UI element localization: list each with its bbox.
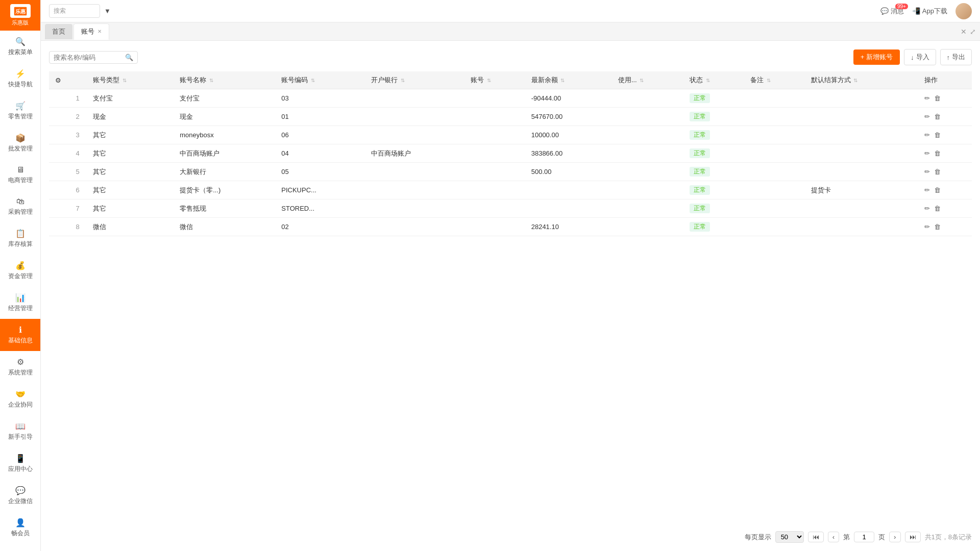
delete-icon[interactable]: 🗑 bbox=[934, 131, 941, 139]
sidebar-item-retail[interactable]: 🛒 零售管理 bbox=[0, 95, 40, 127]
col-type[interactable]: 账号类型 ⇅ bbox=[88, 71, 175, 89]
status-badge: 正常 bbox=[690, 112, 710, 121]
tab-close-icon[interactable]: ✕ bbox=[97, 29, 102, 34]
row-default-settle: 提货卡 bbox=[806, 181, 919, 199]
row-bank: 中百商场账户 bbox=[366, 144, 465, 163]
sidebar-item-operations[interactable]: 📊 经营管理 bbox=[0, 287, 40, 319]
col-name[interactable]: 账号名称 ⇅ bbox=[175, 71, 276, 89]
edit-icon[interactable]: ✏ bbox=[924, 168, 930, 176]
col-default-settle[interactable]: 默认结算方式 ⇅ bbox=[806, 71, 919, 89]
accounts-table: ⚙ 账号类型 ⇅ 账号名称 ⇅ 账号编码 ⇅ 开户银行 bbox=[49, 71, 972, 236]
delete-icon[interactable]: 🗑 bbox=[934, 205, 941, 212]
sort-name-icon: ⇅ bbox=[209, 78, 213, 83]
export-label: 导出 bbox=[952, 53, 965, 62]
row-bank bbox=[366, 126, 465, 144]
page-input[interactable] bbox=[854, 532, 874, 542]
edit-icon[interactable]: ✏ bbox=[924, 94, 930, 102]
header-dropdown[interactable]: ▼ bbox=[104, 7, 111, 15]
row-settings-cell bbox=[49, 108, 67, 126]
row-actions: ✏ 🗑 bbox=[919, 108, 972, 126]
sidebar-item-inventory[interactable]: 📋 库存核算 bbox=[0, 222, 40, 255]
col-bank[interactable]: 开户银行 ⇅ bbox=[366, 71, 465, 89]
sidebar-item-app-center[interactable]: 📱 应用中心 bbox=[0, 447, 40, 480]
edit-icon[interactable]: ✏ bbox=[924, 113, 930, 120]
header-search-input[interactable]: 搜索 bbox=[49, 4, 100, 18]
col-account[interactable]: 账号 ⇅ bbox=[465, 71, 526, 89]
purchase-icon: 🛍 bbox=[16, 197, 24, 206]
logo-text: 乐惠版 bbox=[12, 19, 29, 27]
new-account-button[interactable]: + 新增账号 bbox=[853, 49, 900, 65]
prev-page-button[interactable]: ‹ bbox=[828, 532, 839, 542]
delete-icon[interactable]: 🗑 bbox=[934, 149, 941, 157]
sidebar-item-quick-nav[interactable]: ⚡ 快捷导航 bbox=[0, 63, 40, 95]
close-window-icon[interactable]: ✕ bbox=[961, 28, 967, 36]
avatar[interactable] bbox=[955, 3, 972, 19]
row-status: 正常 bbox=[684, 89, 745, 108]
sidebar-item-purchase[interactable]: 🛍 采购管理 bbox=[0, 191, 40, 222]
next-page-button[interactable]: › bbox=[889, 532, 900, 542]
row-usage bbox=[613, 126, 684, 144]
col-remark[interactable]: 备注 ⇅ bbox=[745, 71, 806, 89]
delete-icon[interactable]: 🗑 bbox=[934, 186, 941, 194]
first-page-button[interactable]: ⏮ bbox=[808, 532, 824, 542]
sort-code-icon: ⇅ bbox=[311, 78, 315, 83]
col-balance[interactable]: 最新余额 ⇅ bbox=[526, 71, 613, 89]
row-type: 其它 bbox=[88, 181, 175, 199]
export-button[interactable]: ↑ 导出 bbox=[940, 49, 972, 65]
sidebar-item-wholesale[interactable]: 📦 批发管理 bbox=[0, 127, 40, 159]
per-page-select[interactable]: 50 100 200 bbox=[775, 531, 804, 543]
row-actions: ✏ 🗑 bbox=[919, 163, 972, 181]
row-usage bbox=[613, 89, 684, 108]
row-type: 其它 bbox=[88, 163, 175, 181]
sidebar-item-label: 资金管理 bbox=[8, 272, 33, 281]
toolbar-right: + 新增账号 ↓ 导入 ↑ 导出 bbox=[853, 49, 972, 65]
search-input[interactable] bbox=[54, 54, 125, 61]
message-button[interactable]: 💬 消息 99+ bbox=[880, 7, 904, 16]
search-icon[interactable]: 🔍 bbox=[125, 54, 133, 61]
edit-icon[interactable]: ✏ bbox=[924, 131, 930, 139]
sidebar-item-basic-info[interactable]: ℹ 基础信息 bbox=[0, 319, 40, 351]
page-suffix: 页 bbox=[878, 533, 885, 542]
app-download-button[interactable]: 📲 App下载 bbox=[912, 7, 947, 16]
row-balance: 383866.00 bbox=[526, 144, 613, 163]
app-download-icon: 📲 bbox=[912, 7, 920, 15]
sidebar-item-search[interactable]: 🔍 搜索菜单 bbox=[0, 31, 40, 63]
sidebar-item-member[interactable]: 👤 畅会员 bbox=[0, 512, 40, 544]
delete-icon[interactable]: 🗑 bbox=[934, 223, 941, 231]
tab-account[interactable]: 账号 ✕ bbox=[74, 23, 109, 40]
sidebar-item-enterprise-agreement[interactable]: 🤝 企业协同 bbox=[0, 383, 40, 415]
row-remark bbox=[745, 108, 806, 126]
pagination-bar: 每页显示 50 100 200 ⏮ ‹ 第 页 › ⏭ 共1页，8条记录 bbox=[49, 525, 972, 543]
tab-home[interactable]: 首页 bbox=[45, 24, 72, 39]
edit-icon[interactable]: ✏ bbox=[924, 223, 930, 231]
sidebar-item-system[interactable]: ⚙ 系统管理 bbox=[0, 351, 40, 383]
last-page-button[interactable]: ⏭ bbox=[905, 532, 921, 542]
edit-icon[interactable]: ✏ bbox=[924, 205, 930, 212]
edit-icon[interactable]: ✏ bbox=[924, 186, 930, 194]
edit-icon[interactable]: ✏ bbox=[924, 149, 930, 157]
sidebar-item-ecommerce[interactable]: 🖥 电商管理 bbox=[0, 159, 40, 191]
delete-icon[interactable]: 🗑 bbox=[934, 94, 941, 102]
export-icon: ↑ bbox=[947, 54, 950, 61]
delete-icon[interactable]: 🗑 bbox=[934, 113, 941, 120]
row-settings-cell bbox=[49, 181, 67, 199]
sidebar-item-finance[interactable]: 💰 资金管理 bbox=[0, 255, 40, 287]
sidebar-item-label: 畅会员 bbox=[11, 529, 30, 538]
delete-icon[interactable]: 🗑 bbox=[934, 168, 941, 176]
import-button[interactable]: ↓ 导入 bbox=[904, 49, 936, 65]
sidebar-item-label: 搜索菜单 bbox=[8, 48, 33, 57]
tab-fullscreen-controls: ✕ ⤢ bbox=[961, 28, 976, 36]
row-settings-cell bbox=[49, 218, 67, 236]
toolbar: 🔍 + 新增账号 ↓ 导入 ↑ 导出 bbox=[49, 49, 972, 65]
sidebar-item-guide[interactable]: 📖 新手引导 bbox=[0, 415, 40, 447]
col-code[interactable]: 账号编码 ⇅ bbox=[276, 71, 366, 89]
col-default-settle-label: 默认结算方式 bbox=[811, 76, 851, 84]
maximize-icon[interactable]: ⤢ bbox=[970, 28, 976, 36]
col-status[interactable]: 状态 ⇅ bbox=[684, 71, 745, 89]
col-usage[interactable]: 使用... ⇅ bbox=[613, 71, 684, 89]
row-settings-cell bbox=[49, 163, 67, 181]
row-type: 其它 bbox=[88, 144, 175, 163]
col-settings[interactable]: ⚙ bbox=[49, 71, 67, 89]
sidebar-item-enterprise-wechat[interactable]: 💬 企业微信 bbox=[0, 480, 40, 512]
row-remark bbox=[745, 218, 806, 236]
